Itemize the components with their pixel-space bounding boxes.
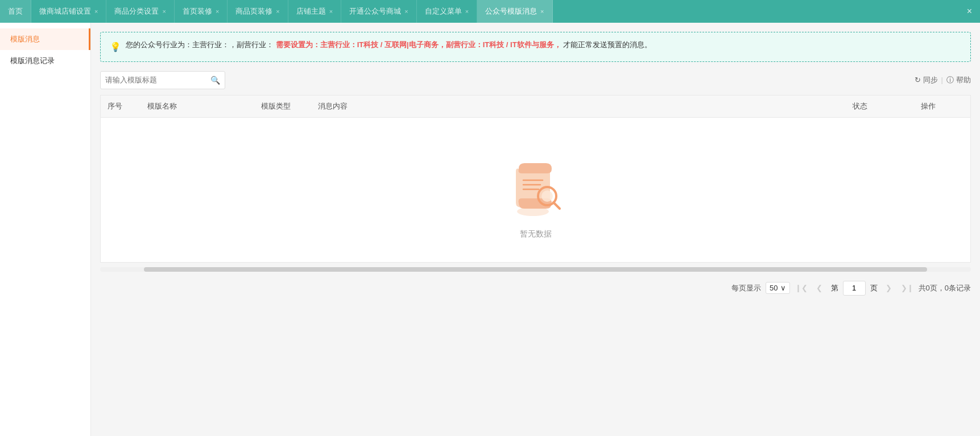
col-seq: 序号 <box>101 95 140 117</box>
tab-store-theme[interactable]: 店铺主题 × <box>288 0 341 23</box>
close-store-settings[interactable]: × <box>94 8 98 15</box>
notice-suffix: 才能正常发送预置的消息。 <box>563 40 652 49</box>
sidebar-item-template-message[interactable]: 模版消息 <box>0 28 90 50</box>
page-number-input[interactable] <box>843 281 866 296</box>
prev-page-button[interactable]: ❮ <box>813 281 826 295</box>
tab-category-settings-label: 商品分类设置 <box>114 6 159 16</box>
search-icon[interactable]: 🔍 <box>210 76 220 85</box>
sidebar-item-template-message-log[interactable]: 模版消息记录 <box>0 50 90 72</box>
tab-open-mall-label: 开通公众号商城 <box>349 6 401 16</box>
col-name: 模版名称 <box>140 95 254 117</box>
search-area[interactable]: 🔍 <box>100 71 225 89</box>
notice-text: 您的公众号行业为：主营行业：，副营行业： 需要设置为：主营行业：IT科技 / 互… <box>126 39 652 51</box>
empty-state: 暂无数据 <box>101 118 970 262</box>
toolbar: 🔍 ↻ 同步 | ⓘ 帮助 <box>100 71 971 89</box>
col-action: 操作 <box>914 95 971 117</box>
tab-product-decor[interactable]: 商品页装修 × <box>228 0 288 23</box>
tab-custom-menu-label: 自定义菜单 <box>425 6 462 16</box>
tab-store-settings[interactable]: 微商城店铺设置 × <box>31 0 106 23</box>
tab-store-theme-label: 店铺主题 <box>296 6 326 16</box>
data-table: 序号 模版名称 模版类型 消息内容 状态 操作 <box>100 95 971 263</box>
col-content: 消息内容 <box>311 95 846 117</box>
tab-homepage-decor-label: 首页装修 <box>183 6 212 16</box>
tab-open-mall[interactable]: 开通公众号商城 × <box>341 0 416 23</box>
tab-category-settings[interactable]: 商品分类设置 × <box>106 0 174 23</box>
close-homepage-decor[interactable]: × <box>216 8 219 15</box>
total-info: 共0页，0条记录 <box>919 283 971 293</box>
table-body: 暂无数据 <box>101 117 971 262</box>
toolbar-right: ↻ 同步 | ⓘ 帮助 <box>915 75 971 85</box>
tab-product-decor-label: 商品页装修 <box>235 6 272 16</box>
page-size-arrow: ∨ <box>780 284 786 292</box>
close-store-theme[interactable]: × <box>329 8 333 15</box>
sync-label: 同步 <box>923 75 938 85</box>
sidebar-item-template-message-log-label: 模版消息记录 <box>10 56 55 65</box>
scrollbar-thumb[interactable] <box>144 267 928 272</box>
notice-highlight: 需要设置为：主营行业：IT科技 / 互联网|电子商务，副营行业：IT科技 / I… <box>276 40 561 49</box>
pagination: 每页显示 50 ∨ ❙❮ ❮ 第 页 ❯ ❯❙ 共0页，0条记录 <box>100 276 971 300</box>
close-template-msg[interactable]: × <box>540 8 544 15</box>
table-header-row: 序号 模版名称 模版类型 消息内容 状态 操作 <box>101 95 971 117</box>
help-icon: ⓘ <box>946 75 954 85</box>
horizontal-scrollbar[interactable] <box>100 267 971 272</box>
col-status: 状态 <box>846 95 914 117</box>
page-size-value: 50 <box>770 284 778 292</box>
sync-button[interactable]: ↻ 同步 <box>915 75 938 85</box>
notice-box: 💡 您的公众号行业为：主营行业：，副营行业： 需要设置为：主营行业：IT科技 /… <box>100 32 971 62</box>
svg-point-5 <box>541 190 553 202</box>
top-navigation: 首页 微商城店铺设置 × 商品分类设置 × 首页装修 × 商品页装修 × 店铺主… <box>0 0 980 23</box>
main-layout: 模版消息 模版消息记录 💡 您的公众号行业为：主营行业：，副营行业： 需要设置为… <box>0 23 980 436</box>
search-input[interactable] <box>105 76 210 84</box>
svg-line-6 <box>553 202 560 209</box>
tab-homepage-decor[interactable]: 首页装修 × <box>175 0 228 23</box>
close-category-settings[interactable]: × <box>162 8 166 15</box>
notice-icon: 💡 <box>110 40 121 55</box>
tab-custom-menu[interactable]: 自定义菜单 × <box>417 0 477 23</box>
sidebar: 模版消息 模版消息记录 <box>0 23 91 436</box>
page-size-label: 每页显示 <box>731 283 761 293</box>
toolbar-divider: | <box>941 76 943 84</box>
help-label: 帮助 <box>956 75 971 85</box>
close-all-tabs[interactable]: × <box>959 0 980 23</box>
empty-row: 暂无数据 <box>101 117 971 262</box>
tab-store-settings-label: 微商城店铺设置 <box>39 6 91 16</box>
page-word: 第 <box>831 283 838 293</box>
empty-illustration <box>502 152 570 220</box>
tab-template-msg-label: 公众号模版消息 <box>485 6 537 16</box>
help-button[interactable]: ⓘ 帮助 <box>946 75 971 85</box>
last-page-button[interactable]: ❯❙ <box>900 281 914 295</box>
sync-icon: ↻ <box>915 76 921 84</box>
close-custom-menu[interactable]: × <box>465 8 469 15</box>
tab-home[interactable]: 首页 <box>0 0 31 23</box>
tab-home-label: 首页 <box>8 6 23 16</box>
col-type: 模版类型 <box>254 95 311 117</box>
content-area: 💡 您的公众号行业为：主营行业：，副营行业： 需要设置为：主营行业：IT科技 /… <box>91 23 980 436</box>
next-page-button[interactable]: ❯ <box>882 281 896 295</box>
empty-text: 暂无数据 <box>520 229 552 239</box>
sidebar-item-template-message-label: 模版消息 <box>10 35 40 43</box>
tab-template-msg[interactable]: 公众号模版消息 × <box>477 0 552 23</box>
first-page-button[interactable]: ❙❮ <box>795 281 808 295</box>
page-size-select[interactable]: 50 ∨ <box>766 282 789 294</box>
close-product-decor[interactable]: × <box>276 8 279 15</box>
page-unit: 页 <box>870 283 878 293</box>
close-open-mall[interactable]: × <box>404 8 408 15</box>
notice-prefix: 您的公众号行业为：主营行业：，副营行业： <box>126 40 274 49</box>
